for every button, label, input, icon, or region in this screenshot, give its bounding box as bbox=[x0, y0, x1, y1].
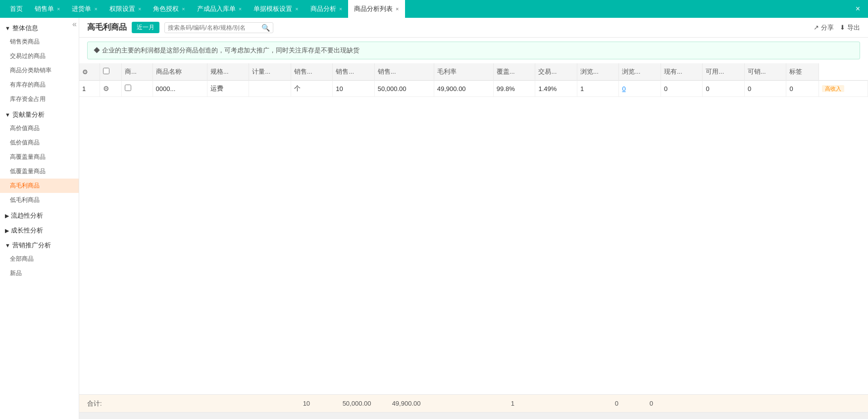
sidebar-item-全部商品[interactable]: 全部商品 bbox=[0, 252, 79, 266]
nav-close-icon[interactable]: × bbox=[138, 6, 141, 12]
nav-close-icon[interactable]: × bbox=[295, 6, 298, 12]
nav-close-icon[interactable]: × bbox=[396, 6, 399, 12]
section-title-label: 营销推广分析 bbox=[12, 241, 51, 250]
share-button[interactable]: ↗ 分享 bbox=[814, 23, 834, 32]
col-header-settings[interactable]: ⚙ bbox=[79, 63, 100, 81]
col-header-current[interactable]: 现有... bbox=[661, 63, 702, 81]
sidebar-item-高毛利商品[interactable]: 高毛利商品 bbox=[0, 179, 79, 193]
browse-link[interactable]: 0 bbox=[622, 85, 625, 93]
search-icon[interactable]: 🔍 bbox=[261, 24, 270, 32]
col-header-unit[interactable]: 计量... bbox=[249, 63, 291, 81]
section-arrow-icon: ▶ bbox=[5, 228, 9, 234]
sidebar-item-低毛利商品[interactable]: 低毛利商品 bbox=[0, 193, 79, 207]
col-header-spec[interactable]: 规格... bbox=[207, 63, 249, 81]
nav-item-销售单[interactable]: 销售单× bbox=[29, 0, 66, 18]
footer-cell-8: 49,900.00 bbox=[389, 400, 439, 407]
sidebar-item-低覆盖量商品[interactable]: 低覆盖量商品 bbox=[0, 164, 79, 179]
sidebar-item-新品[interactable]: 新品 bbox=[0, 266, 79, 280]
row-checkbox[interactable] bbox=[125, 85, 131, 91]
header-actions: ↗ 分享 ⬇ 导出 bbox=[814, 23, 860, 32]
nav-close-icon[interactable]: × bbox=[182, 6, 185, 12]
nav-close-icon[interactable]: × bbox=[239, 6, 242, 12]
table-row: 1⚙0000...运费个1050,000.0049,900.0099.8%1.4… bbox=[79, 81, 868, 97]
col-header-sales_cost[interactable]: 销售... bbox=[374, 63, 434, 81]
cell-saleable: 0 bbox=[786, 81, 819, 97]
sidebar-item-低价值商品[interactable]: 低价值商品 bbox=[0, 136, 79, 150]
col-header-trade[interactable]: 交易... bbox=[535, 63, 577, 81]
footer-cell-13 bbox=[577, 400, 612, 407]
total-label: 合计: bbox=[87, 399, 102, 408]
filter-month-button[interactable]: 近一月 bbox=[132, 22, 159, 33]
nav-item-角色授权[interactable]: 角色授权× bbox=[147, 0, 191, 18]
nav-item-商品分析[interactable]: 商品分析× bbox=[305, 0, 348, 18]
sidebar-item-高价值商品[interactable]: 高价值商品 bbox=[0, 121, 79, 136]
horizontal-scrollbar[interactable] bbox=[79, 412, 868, 419]
nav-item-商品分析列表[interactable]: 商品分析列表× bbox=[348, 0, 405, 18]
footer-cell-17 bbox=[716, 400, 746, 407]
footer-cell-10 bbox=[473, 400, 508, 407]
share-label: 分享 bbox=[821, 23, 834, 32]
nav-close-icon[interactable]: × bbox=[339, 6, 342, 12]
sidebar-section-整体信息[interactable]: ▼整体信息 bbox=[0, 20, 79, 35]
footer-cell-7: 50,000.00 bbox=[340, 400, 389, 407]
export-icon: ⬇ bbox=[840, 24, 845, 31]
footer-cell-5 bbox=[275, 400, 300, 407]
footer-cell-3 bbox=[181, 400, 241, 407]
sidebar-item-高覆盖量商品[interactable]: 高覆盖量商品 bbox=[0, 150, 79, 164]
col-header-tag[interactable]: 标签 bbox=[786, 63, 819, 81]
cell-checkbox bbox=[122, 81, 153, 97]
cell-spec bbox=[249, 81, 291, 97]
share-icon: ↗ bbox=[814, 24, 819, 31]
row-settings-icon[interactable]: ⚙ bbox=[103, 85, 109, 93]
footer-cells: 1050,000.0049,900.00100 bbox=[112, 400, 860, 407]
col-header-checkbox[interactable] bbox=[100, 63, 122, 81]
cell-trade: 1 bbox=[577, 81, 618, 97]
nav-item-单据模板设置[interactable]: 单据模板设置× bbox=[248, 0, 304, 18]
col-header-sales_amount[interactable]: 销售... bbox=[333, 63, 374, 81]
sidebar-section-成长性分析[interactable]: ▶成长性分析 bbox=[0, 222, 79, 237]
select-all-checkbox[interactable] bbox=[103, 68, 109, 74]
section-arrow-icon: ▼ bbox=[5, 112, 10, 118]
cell-browse2: 0 bbox=[661, 81, 702, 97]
close-all-button[interactable]: × bbox=[852, 4, 864, 13]
col-header-name[interactable]: 商品名称 bbox=[153, 63, 207, 81]
col-header-saleable[interactable]: 可销... bbox=[744, 63, 786, 81]
cell-sales_amount: 50,000.00 bbox=[374, 81, 434, 97]
main-layout: « ▼整体信息销售类商品交易过的商品商品分类助销率有库存的商品库存资金占用▼贡献… bbox=[0, 18, 868, 419]
col-header-browse1[interactable]: 浏览... bbox=[577, 63, 618, 81]
col-header-browse2[interactable]: 浏览... bbox=[619, 63, 661, 81]
sidebar-section-营销推广分析[interactable]: ▼营销推广分析 bbox=[0, 237, 79, 252]
sidebar: « ▼整体信息销售类商品交易过的商品商品分类助销率有库存的商品库存资金占用▼贡献… bbox=[0, 18, 79, 419]
sidebar-item-库存资金占用[interactable]: 库存资金占用 bbox=[0, 92, 79, 106]
nav-close-icon[interactable]: × bbox=[94, 6, 97, 12]
col-header-available[interactable]: 可用... bbox=[703, 63, 744, 81]
nav-item-权限设置[interactable]: 权限设置× bbox=[103, 0, 147, 18]
cell-current: 0 bbox=[703, 81, 744, 97]
col-header-sales_qty[interactable]: 销售... bbox=[291, 63, 332, 81]
footer-cell-0 bbox=[112, 400, 127, 407]
page-title: 高毛利商品 bbox=[87, 22, 127, 33]
cell-settings: ⚙ bbox=[100, 81, 122, 97]
export-button[interactable]: ⬇ 导出 bbox=[840, 23, 860, 32]
sidebar-item-商品分类助销率[interactable]: 商品分类助销率 bbox=[0, 63, 79, 78]
nav-item-产成品入库单[interactable]: 产成品入库单× bbox=[191, 0, 248, 18]
nav-item-进货单[interactable]: 进货单× bbox=[66, 0, 103, 18]
cell-browse1[interactable]: 0 bbox=[619, 81, 661, 97]
sidebar-item-有库存的商品[interactable]: 有库存的商品 bbox=[0, 78, 79, 92]
col-header-gross_margin[interactable]: 毛利率 bbox=[434, 63, 493, 81]
sidebar-item-交易过的商品[interactable]: 交易过的商品 bbox=[0, 49, 79, 63]
sidebar-item-销售类商品[interactable]: 销售类商品 bbox=[0, 35, 79, 49]
search-input[interactable] bbox=[168, 24, 261, 31]
sidebar-section-贡献量分析[interactable]: ▼贡献量分析 bbox=[0, 106, 79, 121]
info-banner: ◆ 企业的主要的利润都是这部分商品创造的，可考虑加大推广，同时关注库存是不要出现… bbox=[87, 42, 860, 59]
nav-item-首页[interactable]: 首页 bbox=[4, 0, 29, 18]
sidebar-section-流趋性分析[interactable]: ▶流趋性分析 bbox=[0, 207, 79, 222]
nav-close-icon[interactable]: × bbox=[57, 6, 60, 12]
footer-cell-9 bbox=[439, 400, 473, 407]
table-container: ⚙商...商品名称规格...计量...销售...销售...销售...毛利率覆盖.… bbox=[79, 63, 868, 394]
footer-cell-14: 0 bbox=[612, 400, 647, 407]
sidebar-collapse-button[interactable]: « bbox=[72, 20, 77, 29]
col-header-coverage[interactable]: 覆盖... bbox=[493, 63, 535, 81]
col-header-code[interactable]: 商... bbox=[122, 63, 153, 81]
section-arrow-icon: ▶ bbox=[5, 213, 9, 219]
